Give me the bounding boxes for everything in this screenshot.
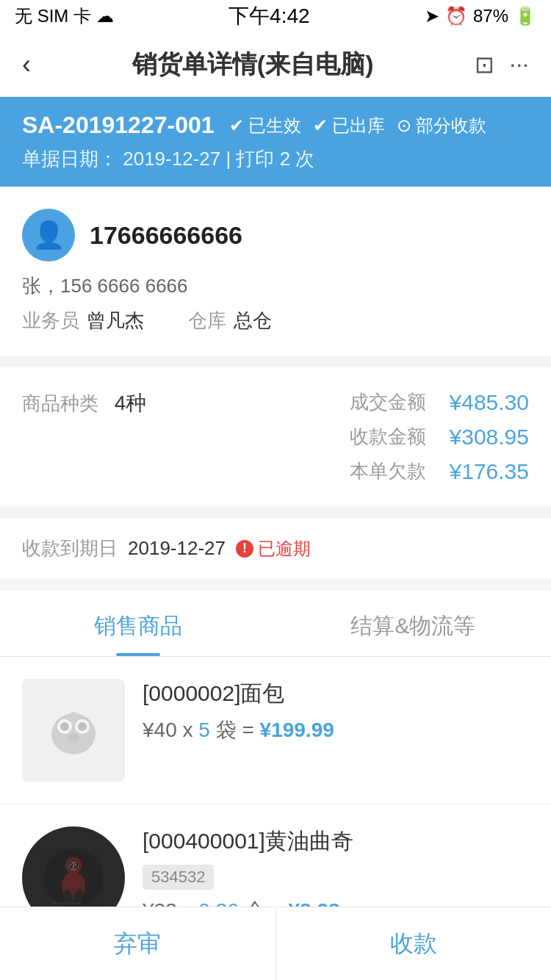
svg-point-4: [78, 722, 87, 731]
product-info-bread: [0000002]面包 ¥40 x 5 袋 = ¥199.99: [143, 679, 529, 744]
avatar-icon: 👤: [32, 220, 65, 251]
status-bar: 无 SIM 卡 ☁ 下午4:42 ➤ ⏰ 87% 🔋: [0, 0, 551, 32]
badge-shipped: ✔ 已出库: [313, 114, 385, 137]
avatar: 👤: [22, 209, 75, 262]
svg-point-3: [60, 722, 69, 731]
svg-rect-15: [67, 868, 79, 869]
salesperson-item: 业务员 曾凡杰: [22, 308, 144, 334]
due-date-label: 收款到期日: [22, 536, 118, 561]
product-image-cookie-svg: diamond whale: [44, 849, 103, 907]
badge-partial-payment: ⊙ 部分收款: [397, 114, 486, 137]
product-name-bread: [0000002]面包: [143, 679, 529, 709]
owed-amount-row: 本单欠款 ¥176.35: [350, 458, 529, 484]
due-date-value: 2019-12-27: [128, 537, 226, 560]
warehouse-label: 仓库: [188, 308, 226, 334]
share-icon[interactable]: ⊡: [475, 51, 494, 79]
svg-point-13: [70, 864, 71, 866]
salesperson-value: 曾凡杰: [87, 308, 144, 334]
order-header: SA-20191227-001 ✔ 已生效 ✔ 已出库 ⊙ 部分收款 单据日期：…: [0, 97, 551, 187]
reject-button[interactable]: 弃审: [0, 907, 276, 980]
warehouse-value: 总仓: [234, 308, 272, 334]
customer-phone: 17666666666: [90, 221, 242, 250]
due-date-section: 收款到期日 2019-12-27 ! 已逾期: [0, 518, 551, 579]
deal-amount-value: ¥485.30: [441, 390, 529, 415]
owl-icon: 鸟+: [44, 701, 103, 760]
salesperson-label: 业务员: [22, 308, 79, 334]
product-qty-bread: 5: [198, 718, 210, 741]
svg-point-5: [68, 734, 79, 741]
order-date: 单据日期： 2019-12-27 | 打印 2 次: [22, 146, 529, 172]
overdue-label: 已逾期: [258, 537, 311, 561]
svg-text:diamond whale: diamond whale: [52, 901, 80, 905]
amounts: 成交金额 ¥485.30 收款金额 ¥308.95 本单欠款 ¥176.35: [350, 389, 529, 484]
tab-settlement[interactable]: 结算&物流等: [276, 591, 551, 656]
summary-section: 商品种类 4种 成交金额 ¥485.30 收款金额 ¥308.95 本单欠款 ¥…: [0, 367, 551, 506]
nav-bar: ‹ 销货单详情(来自电脑) ⊡ ···: [0, 32, 551, 97]
product-tag-cookie: 534532: [143, 865, 214, 890]
collect-button[interactable]: 收款: [276, 907, 552, 980]
owed-amount-value: ¥176.35: [441, 459, 529, 484]
nav-actions: ⊡ ···: [475, 51, 529, 79]
collected-amount-value: ¥308.95: [441, 425, 529, 450]
more-icon[interactable]: ···: [509, 51, 529, 78]
deal-amount-label: 成交金额: [350, 389, 426, 415]
page-title: 销货单详情(来自电脑): [132, 48, 374, 82]
tabs-row: 销售商品 结算&物流等: [0, 591, 551, 657]
svg-point-14: [75, 864, 76, 866]
warehouse-item: 仓库 总仓: [188, 308, 272, 334]
status-bar-left: 无 SIM 卡 ☁: [15, 4, 114, 28]
overdue-badge: ! 已逾期: [236, 537, 311, 561]
product-total-bread: ¥199.99: [260, 718, 334, 741]
location-icon: ➤: [425, 6, 439, 26]
order-status-badges: ✔ 已生效 ✔ 已出库 ⊙ 部分收款: [229, 114, 486, 137]
customer-contact: 张，156 6666 6666: [22, 273, 529, 299]
sim-status: 无 SIM 卡 ☁: [15, 4, 114, 28]
status-bar-right: ➤ ⏰ 87% 🔋: [425, 6, 536, 26]
customer-section: 👤 17666666666 张，156 6666 6666 业务员 曾凡杰 仓库…: [0, 187, 551, 356]
collected-amount-label: 收款金额: [350, 424, 426, 450]
bottom-bar: 弃审 收款: [0, 907, 551, 980]
collected-amount-row: 收款金额 ¥308.95: [350, 424, 529, 450]
product-types: 商品种类 4种: [22, 389, 146, 417]
alarm-icon: ⏰: [445, 6, 467, 26]
owed-amount-label: 本单欠款: [350, 458, 426, 484]
badge-effective: ✔ 已生效: [229, 114, 301, 137]
svg-point-6: [71, 712, 76, 716]
product-types-label: 商品种类: [22, 392, 98, 414]
tabs-section: 销售商品 结算&物流等: [0, 591, 551, 657]
overdue-icon: !: [236, 540, 253, 558]
tab-products[interactable]: 销售商品: [0, 591, 276, 656]
deal-amount-row: 成交金额 ¥485.30: [350, 389, 529, 415]
battery-icon: 🔋: [514, 6, 536, 26]
product-name-cookie: [000400001]黄油曲奇: [143, 826, 529, 857]
product-types-value: 4种: [115, 392, 147, 414]
customer-meta: 业务员 曾凡杰 仓库 总仓: [22, 308, 529, 334]
product-item: 鸟+ [0000002]面包 ¥40 x 5 袋 = ¥199.99: [0, 657, 551, 804]
product-image-bread: 鸟+: [22, 679, 125, 782]
status-bar-time: 下午4:42: [228, 2, 310, 30]
battery-level: 87%: [473, 6, 508, 26]
product-price-bread: ¥40 x 5 袋 = ¥199.99: [143, 716, 529, 744]
back-button[interactable]: ‹: [22, 49, 31, 80]
order-id: SA-20191227-001: [22, 112, 215, 139]
svg-text:鸟+: 鸟+: [63, 746, 75, 754]
